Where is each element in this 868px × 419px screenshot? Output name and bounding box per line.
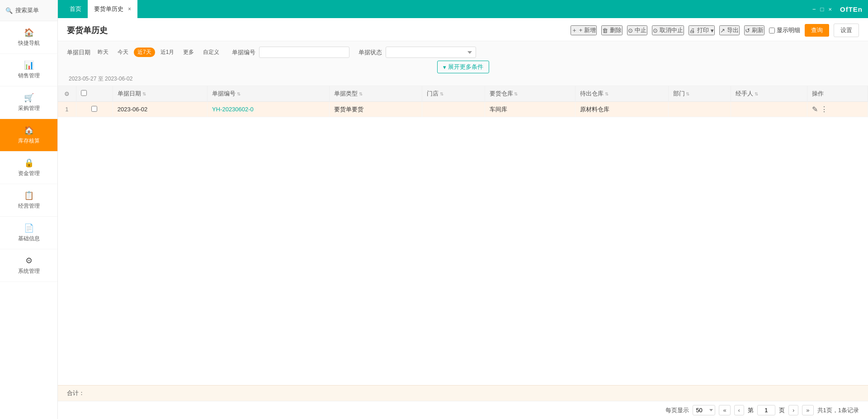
operations-icon: 📋 [24, 190, 34, 200]
total-info: 共1页，1条记录 [817, 406, 859, 414]
table-container: ⚙ 单据日期 单据编号 单据类型 门店 要货仓库 待出仓库 部门 经手人 操 [58, 86, 868, 385]
expand-filter-button[interactable]: ▾ 展开更多条件 [437, 61, 489, 73]
table-footer: 合计： [58, 385, 868, 401]
date-btn-今天[interactable]: 今天 [114, 48, 132, 57]
finance-icon: 🔒 [24, 158, 34, 168]
content-area: 要货单历史 ＋ + 新增 🗑 删除 ⊙ 中止 ⊙ 取消中止 [58, 18, 868, 419]
table-settings-icon[interactable]: ⚙ [64, 90, 70, 97]
sidebar-search-label: 搜索菜单 [15, 6, 39, 14]
sidebar-item-base-info[interactable]: 📄基础信息 [0, 217, 57, 249]
table-body: 1 2023-06-02 YH-20230602-0 要货单要货 车间库 原材料… [58, 102, 868, 117]
cancel-stop-icon: ⊙ [653, 27, 658, 34]
stop-button[interactable]: ⊙ 中止 [627, 25, 647, 35]
page-unit: 页 [779, 406, 785, 414]
print-icon: 🖨 [689, 27, 695, 34]
tab-label-home: 首页 [70, 5, 81, 13]
delete-button[interactable]: 🗑 删除 [601, 25, 623, 35]
page-number-input[interactable] [757, 405, 775, 415]
th-req-warehouse[interactable]: 要货仓库 [485, 86, 575, 102]
sidebar-item-inventory[interactable]: 🏠库存核算 [0, 119, 57, 152]
show-detail-toggle[interactable]: 显示明细 [769, 26, 800, 34]
sidebar-item-finance[interactable]: 🔒资金管理 [0, 152, 57, 184]
th-bill-no[interactable]: 单据编号 [208, 86, 330, 102]
filter-expand-row: ▾ 展开更多条件 [67, 58, 859, 74]
th-ops: 操作 [807, 86, 868, 102]
date-btn-更多[interactable]: 更多 [179, 48, 198, 57]
th-department[interactable]: 部门 [668, 86, 731, 102]
row-checkbox-cell [76, 102, 113, 117]
print-button[interactable]: 🖨 打印 ▾ [689, 25, 715, 35]
show-detail-checkbox[interactable] [769, 28, 775, 33]
date-filter-group: 单据日期 昨天今天近7天近1月更多自定义 [67, 48, 223, 57]
topbar-tab-home[interactable]: 首页 [63, 0, 88, 18]
status-select[interactable] [386, 47, 476, 58]
tab-close-requisition-history[interactable]: × [128, 6, 131, 12]
pagination-bar: 每页显示 50 100 200 « ‹ 第 页 › » 共1页，1条记录 [58, 401, 868, 419]
th-store[interactable]: 门店 [422, 86, 485, 102]
sidebar: 🔍 搜索菜单 🏠快捷导航📊销售管理🛒采购管理🏠库存核算🔒资金管理📋经营管理📄基础… [0, 0, 58, 419]
sidebar-item-operations[interactable]: 📋经营管理 [0, 184, 57, 217]
row-bill-no: YH-20230602-0 [208, 102, 330, 117]
page-title: 要货单历史 [67, 25, 108, 36]
sales-icon: 📊 [24, 60, 34, 70]
th-date[interactable]: 单据日期 [113, 86, 207, 102]
settings-button[interactable]: 设置 [834, 24, 859, 37]
topbar: 首页要货单历史× − □ × OfTEn [58, 0, 868, 18]
first-page-button[interactable]: « [719, 405, 730, 415]
query-button[interactable]: 查询 [805, 24, 829, 37]
next-page-button[interactable]: › [788, 405, 798, 415]
page-size-select[interactable]: 50 100 200 [693, 405, 715, 415]
row-req-warehouse: 车间库 [485, 102, 575, 117]
page-size-label: 每页显示 [665, 406, 689, 414]
date-filter-label: 单据日期 [67, 48, 90, 57]
brand-text: OfTEn [840, 5, 863, 13]
row-edit-icon[interactable]: ✎ [812, 105, 818, 114]
th-settings: ⚙ [58, 86, 76, 102]
filter-bar: 单据日期 昨天今天近7天近1月更多自定义 单据编号 单据状态 [58, 41, 868, 86]
topbar-tab-requisition-history[interactable]: 要货单历史× [88, 0, 137, 18]
sidebar-item-sales[interactable]: 📊销售管理 [0, 54, 57, 86]
base-info-icon: 📄 [24, 223, 34, 233]
select-all-checkbox[interactable] [81, 90, 87, 96]
row-bill-no-link[interactable]: YH-20230602-0 [212, 106, 254, 113]
refresh-icon: ↺ [745, 27, 750, 34]
date-btn-近7天[interactable]: 近7天 [134, 48, 155, 57]
refresh-button[interactable]: ↺ 刷新 [744, 25, 764, 35]
row-department [668, 102, 731, 117]
sidebar-item-system[interactable]: ⚙系统管理 [0, 249, 57, 282]
system-icon: ⚙ [25, 256, 33, 266]
row-index: 1 [58, 102, 76, 117]
date-btn-昨天[interactable]: 昨天 [94, 48, 112, 57]
filter-row: 单据日期 昨天今天近7天近1月更多自定义 单据编号 单据状态 [67, 47, 859, 58]
date-btn-自定义[interactable]: 自定义 [199, 48, 223, 57]
sidebar-item-quick-nav[interactable]: 🏠快捷导航 [0, 21, 57, 54]
row-store [422, 102, 485, 117]
bill-no-label: 单据编号 [232, 48, 255, 57]
th-pending-warehouse[interactable]: 待出仓库 [575, 86, 668, 102]
page-label: 第 [748, 406, 754, 414]
new-button[interactable]: ＋ + 新增 [571, 25, 597, 35]
page-header: 要货单历史 ＋ + 新增 🗑 删除 ⊙ 中止 ⊙ 取消中止 [58, 18, 868, 41]
bill-no-input[interactable] [259, 47, 349, 58]
sidebar-item-purchase[interactable]: 🛒采购管理 [0, 86, 57, 119]
th-bill-type[interactable]: 单据类型 [329, 86, 422, 102]
export-button[interactable]: ↗ 导出 [719, 25, 740, 35]
new-icon: ＋ [571, 26, 577, 34]
main-area: 首页要货单历史× − □ × OfTEn 要货单历史 ＋ + 新增 🗑 删除 [58, 0, 868, 419]
date-btn-近1月[interactable]: 近1月 [157, 48, 178, 57]
expand-icon: ▾ [443, 64, 446, 71]
row-pending-warehouse: 原材料仓库 [575, 102, 668, 117]
bill-no-filter-group: 单据编号 [232, 47, 349, 58]
row-date: 2023-06-02 [113, 102, 207, 117]
cancel-stop-button[interactable]: ⊙ 取消中止 [652, 25, 684, 35]
row-more-icon[interactable]: ⋮ [821, 105, 828, 114]
sidebar-search[interactable]: 🔍 搜索菜单 [0, 0, 57, 21]
prev-page-button[interactable]: ‹ [734, 405, 744, 415]
last-page-button[interactable]: » [802, 405, 813, 415]
topbar-close[interactable]: × [828, 6, 832, 13]
row-checkbox[interactable] [91, 106, 97, 112]
topbar-maximize[interactable]: □ [821, 6, 824, 13]
th-handler[interactable]: 经手人 [731, 86, 807, 102]
topbar-minimize[interactable]: − [812, 6, 816, 13]
table-row: 1 2023-06-02 YH-20230602-0 要货单要货 车间库 原材料… [58, 102, 868, 117]
